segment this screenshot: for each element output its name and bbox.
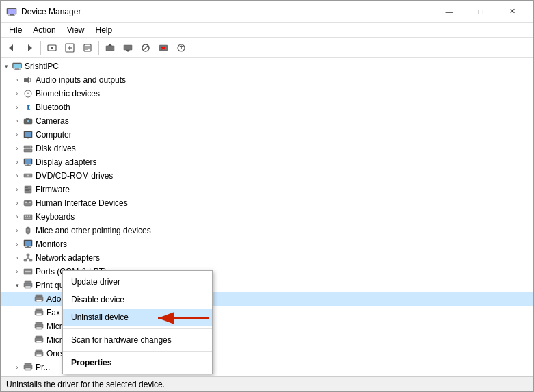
camera-icon	[23, 116, 34, 127]
list-item[interactable]: › Computer	[1, 128, 533, 142]
list-item[interactable]: › Biometric devices	[1, 87, 533, 101]
expand-hid[interactable]: ›	[12, 198, 23, 209]
item-label: Cameras	[36, 116, 69, 126]
menu-view[interactable]: View	[62, 23, 90, 37]
svg-rect-88	[36, 313, 42, 315]
ctx-scan-label: Scan for hardware changes	[71, 335, 172, 345]
ctx-properties[interactable]: Properties	[63, 354, 212, 371]
printer-icon-4	[34, 335, 44, 345]
ports-icon	[23, 266, 34, 277]
hid-icon	[23, 198, 34, 209]
scan-hardware-button[interactable]	[173, 40, 189, 56]
svg-rect-98	[25, 363, 31, 365]
expand-bluetooth[interactable]: ›	[12, 102, 23, 113]
expand-cameras[interactable]: ›	[12, 116, 23, 127]
menu-file[interactable]: File	[3, 23, 27, 37]
ctx-update-driver[interactable]: Update driver	[63, 273, 212, 291]
update-driver-button[interactable]	[102, 40, 118, 56]
list-item[interactable]: › Se...	[1, 374, 533, 376]
expand-bio[interactable]: ›	[12, 88, 23, 99]
list-item[interactable]: › Audio inputs and outputs	[1, 73, 533, 87]
svg-rect-85	[36, 300, 42, 302]
list-item[interactable]: › Network adapters	[1, 251, 533, 265]
svg-rect-3	[8, 15, 15, 16]
title-bar: Device Manager — □ ✕	[1, 1, 533, 23]
app-icon	[6, 6, 17, 17]
list-item[interactable]: › Mice and other pointing devices	[1, 224, 533, 237]
audio-icon	[23, 75, 34, 86]
print-icon	[23, 280, 34, 291]
expand-audio[interactable]: ›	[12, 75, 23, 86]
svg-rect-79	[25, 281, 31, 283]
maximize-button[interactable]: □	[465, 1, 496, 23]
expand-keyboards[interactable]: ›	[12, 211, 23, 222]
svg-point-41	[30, 150, 31, 151]
properties-button[interactable]	[79, 40, 96, 56]
list-item[interactable]: › Disk drives	[1, 142, 533, 155]
expand-onenote[interactable]	[23, 348, 34, 359]
menu-help[interactable]: Help	[90, 23, 118, 37]
expand-adobe[interactable]	[23, 293, 34, 304]
expand-mspdf[interactable]	[23, 321, 34, 332]
se-icon	[23, 376, 34, 376]
svg-line-20	[144, 46, 148, 50]
svg-line-74	[28, 258, 31, 259]
ctx-scan-hardware[interactable]: Scan for hardware changes	[63, 331, 212, 349]
expand-se[interactable]: ›	[12, 376, 23, 376]
list-item[interactable]: › Display adapters	[1, 155, 533, 169]
list-item[interactable]: › DVD/CD-ROM drives	[1, 169, 533, 183]
svg-rect-37	[27, 138, 29, 139]
svg-rect-29	[14, 70, 21, 70]
expand-display[interactable]: ›	[12, 157, 23, 168]
ctx-update-driver-label: Update driver	[71, 277, 120, 287]
menu-action[interactable]: Action	[27, 23, 61, 37]
rollback-button[interactable]	[120, 40, 136, 56]
expand-xps[interactable]	[23, 335, 34, 345]
svg-rect-45	[25, 165, 31, 166]
back-button[interactable]	[3, 40, 20, 56]
disable-button[interactable]	[137, 40, 154, 56]
item-label: Biometric devices	[36, 89, 100, 99]
expand-ports[interactable]: ›	[12, 266, 23, 277]
expand-dvd[interactable]: ›	[12, 170, 23, 181]
expand-pr[interactable]: ›	[12, 362, 23, 373]
svg-rect-66	[25, 241, 31, 246]
expand-computer[interactable]: ›	[12, 129, 23, 140]
svg-rect-17	[124, 45, 132, 50]
expand-network[interactable]: ›	[12, 252, 23, 263]
pr-icon	[23, 362, 34, 373]
list-item[interactable]: › Human Interface Devices	[1, 196, 533, 210]
expand-firmware[interactable]: ›	[12, 184, 23, 195]
scan-button[interactable]	[62, 40, 78, 56]
list-item[interactable]: › Keyboards	[1, 210, 533, 224]
list-item[interactable]: › Bluetooth	[1, 101, 533, 114]
ctx-separator-2	[63, 351, 212, 352]
list-item[interactable]: › Monitors	[1, 237, 533, 251]
svg-rect-54	[29, 202, 31, 203]
list-item[interactable]: › Cameras	[1, 114, 533, 128]
expand-fax[interactable]	[23, 307, 34, 318]
close-button[interactable]: ✕	[496, 1, 528, 23]
status-bar: Uninstalls the driver for the selected d…	[1, 376, 533, 391]
window-controls: — □ ✕	[433, 1, 528, 23]
list-item[interactable]: › Firmware	[1, 183, 533, 196]
show-hidden-button[interactable]	[44, 40, 60, 56]
minimize-button[interactable]: —	[433, 1, 465, 23]
svg-rect-68	[25, 247, 31, 248]
root-expand[interactable]: ▾	[1, 61, 12, 72]
svg-marker-31	[27, 77, 29, 83]
ctx-uninstall-device[interactable]: Uninstall device	[63, 309, 212, 326]
uninstall-button[interactable]	[155, 40, 172, 56]
expand-print[interactable]: ▾	[12, 280, 23, 291]
expand-mice[interactable]: ›	[12, 225, 23, 236]
ctx-disable-device[interactable]: Disable device	[63, 291, 212, 309]
forward-button[interactable]	[21, 40, 38, 56]
ctx-uninstall-label: Uninstall device	[71, 313, 129, 322]
svg-rect-1	[8, 9, 16, 14]
expand-disk[interactable]: ›	[12, 143, 23, 154]
tree-root[interactable]: ▾ SrishtiPC	[1, 60, 533, 73]
expand-monitors[interactable]: ›	[12, 239, 23, 250]
item-label: Monitors	[36, 239, 67, 249]
item-label: Human Interface Devices	[36, 198, 128, 208]
ctx-disable-label: Disable device	[71, 295, 124, 304]
